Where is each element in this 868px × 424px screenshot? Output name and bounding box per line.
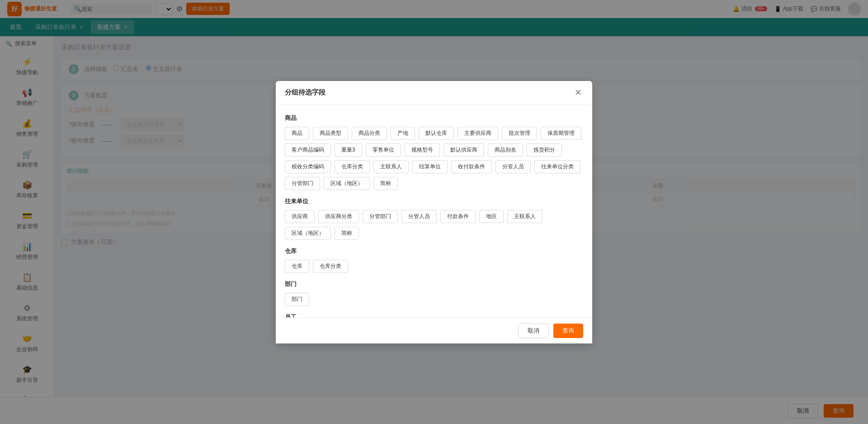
field-tag-0-6[interactable]: 批次管理 bbox=[502, 127, 537, 140]
field-tag-0-11[interactable]: 规格型号 bbox=[405, 143, 440, 157]
field-grid-2: 仓库仓库分类 bbox=[285, 260, 583, 273]
field-tag-0-21[interactable]: 往来单位分类 bbox=[534, 160, 580, 173]
field-tag-0-13[interactable]: 商品别名 bbox=[488, 143, 523, 157]
field-tag-0-3[interactable]: 产地 bbox=[391, 127, 415, 140]
field-tag-0-10[interactable]: 零售单位 bbox=[366, 143, 401, 157]
modal-footer: 取消 查询 bbox=[276, 318, 592, 343]
field-tag-0-8[interactable]: 客户商品编码 bbox=[285, 143, 331, 157]
section-title-0: 商品 bbox=[285, 114, 583, 122]
field-tag-0-14[interactable]: 拣货积分 bbox=[527, 143, 562, 157]
field-grid-3: 部门 bbox=[285, 293, 583, 306]
field-tag-1-7[interactable]: 区域（地区） bbox=[285, 227, 331, 240]
field-tag-0-17[interactable]: 主联系人 bbox=[373, 160, 409, 173]
field-tag-3-0[interactable]: 部门 bbox=[285, 293, 309, 306]
field-tag-1-6[interactable]: 主联系人 bbox=[507, 210, 542, 223]
field-tag-0-5[interactable]: 主要供应商 bbox=[458, 127, 498, 140]
field-tag-2-1[interactable]: 仓库分类 bbox=[313, 260, 348, 273]
field-tag-0-19[interactable]: 收付款条件 bbox=[451, 160, 492, 173]
section-title-1: 往来单位 bbox=[285, 197, 583, 205]
field-tag-0-4[interactable]: 默认仓库 bbox=[419, 127, 454, 140]
section-title-2: 仓库 bbox=[285, 247, 583, 255]
modal-title: 分组待选字段 bbox=[285, 88, 326, 97]
field-tag-1-1[interactable]: 供应商分类 bbox=[318, 210, 359, 223]
field-tag-0-9[interactable]: 重量3 bbox=[335, 143, 362, 157]
field-tag-0-16[interactable]: 仓库分类 bbox=[335, 160, 370, 173]
field-tag-0-22[interactable]: 分管部门 bbox=[285, 177, 320, 190]
confirm-button[interactable]: 查询 bbox=[553, 324, 583, 338]
field-tag-0-0[interactable]: 商品 bbox=[285, 127, 309, 140]
modal-overlay: 分组待选字段 ✕ 商品商品商品类型商品分类产地默认仓库主要供应商批次管理保质期管… bbox=[0, 0, 868, 424]
field-tag-0-18[interactable]: 结算单位 bbox=[412, 160, 448, 173]
field-tag-1-3[interactable]: 分管人员 bbox=[401, 210, 437, 223]
section-title-4: 员工 bbox=[285, 313, 583, 318]
cancel-button[interactable]: 取消 bbox=[518, 324, 549, 338]
field-tag-0-12[interactable]: 默认供应商 bbox=[443, 143, 484, 157]
field-grid-0: 商品商品类型商品分类产地默认仓库主要供应商批次管理保质期管理客户商品编码重量3零… bbox=[285, 127, 583, 190]
field-tag-0-15[interactable]: 税收分类编码 bbox=[285, 160, 331, 173]
modal-body: 商品商品商品类型商品分类产地默认仓库主要供应商批次管理保质期管理客户商品编码重量… bbox=[276, 105, 592, 318]
modal-header: 分组待选字段 ✕ bbox=[276, 81, 592, 105]
modal-close-button[interactable]: ✕ bbox=[572, 87, 583, 98]
field-tag-0-23[interactable]: 区域（地区） bbox=[324, 177, 370, 190]
field-tag-0-20[interactable]: 分管人员 bbox=[495, 160, 531, 173]
field-tag-1-0[interactable]: 供应商 bbox=[285, 210, 315, 223]
field-tag-1-5[interactable]: 地区 bbox=[479, 210, 504, 223]
field-tag-0-1[interactable]: 商品类型 bbox=[313, 127, 348, 140]
field-tag-2-0[interactable]: 仓库 bbox=[285, 260, 309, 273]
field-tag-1-8[interactable]: 简称 bbox=[335, 227, 359, 240]
field-tag-0-7[interactable]: 保质期管理 bbox=[541, 127, 581, 140]
field-tag-0-2[interactable]: 商品分类 bbox=[352, 127, 387, 140]
field-grid-1: 供应商供应商分类分管部门分管人员付款条件地区主联系人区域（地区）简称 bbox=[285, 210, 583, 240]
field-select-modal: 分组待选字段 ✕ 商品商品商品类型商品分类产地默认仓库主要供应商批次管理保质期管… bbox=[276, 81, 592, 343]
section-title-3: 部门 bbox=[285, 280, 583, 288]
field-tag-0-24[interactable]: 简称 bbox=[373, 177, 398, 190]
field-tag-1-2[interactable]: 分管部门 bbox=[363, 210, 398, 223]
field-tag-1-4[interactable]: 付款条件 bbox=[440, 210, 476, 223]
